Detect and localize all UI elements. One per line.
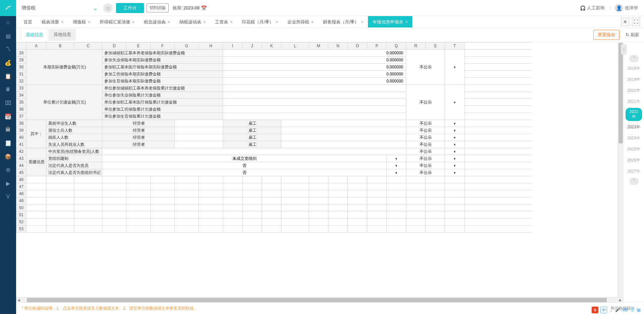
cell-53R[interactable] <box>406 226 426 233</box>
nav-home-icon[interactable]: ⌂ <box>4 19 12 26</box>
cell-50O[interactable] <box>348 204 367 211</box>
cell-47N[interactable] <box>328 183 348 190</box>
cell-51B[interactable] <box>46 211 74 218</box>
cell-38g[interactable]: 雇工 <box>223 120 281 127</box>
cell-44vc[interactable]: ▼ <box>387 162 406 169</box>
col-P[interactable]: P <box>367 43 387 50</box>
row-51[interactable]: 51 <box>16 211 26 218</box>
row-37[interactable]: 37 <box>16 113 26 120</box>
col-S[interactable]: S <box>426 43 445 50</box>
cell-34d[interactable]: 单位参加失业保险累计欠缴金额 <box>102 92 223 99</box>
cell-48O[interactable] <box>348 190 367 197</box>
cell-50J[interactable] <box>243 204 262 211</box>
cell-35d[interactable]: 单位参加职工基本医疗保险累计欠缴金额 <box>102 99 223 106</box>
cell-38gv[interactable] <box>281 120 406 127</box>
cell-40s[interactable]: 不公示 <box>406 134 445 141</box>
cell-52R[interactable] <box>406 218 426 226</box>
cell-47B[interactable] <box>46 183 74 190</box>
nav-v-icon[interactable]: V <box>4 193 12 200</box>
cell-48B[interactable] <box>46 190 74 197</box>
cell-51E[interactable] <box>126 211 151 218</box>
cell-48R[interactable] <box>406 190 426 197</box>
nav-video-icon[interactable]: ▶ <box>4 180 12 187</box>
cell-48M[interactable] <box>309 190 328 197</box>
cell-47A[interactable] <box>26 183 46 190</box>
cell-52I[interactable] <box>223 218 243 226</box>
cell-33c[interactable]: ▼ <box>445 85 465 120</box>
col-E[interactable]: E <box>126 43 151 50</box>
close-icon[interactable]: × <box>276 20 278 24</box>
cell-49T[interactable] <box>445 197 465 204</box>
cell-48I[interactable] <box>223 190 243 197</box>
cell-50B[interactable] <box>46 204 74 211</box>
cell-37v[interactable] <box>223 113 406 120</box>
cell-45c[interactable]: ▼ <box>445 169 465 176</box>
col-T[interactable]: T <box>445 43 465 50</box>
cell-51Q[interactable] <box>387 211 406 218</box>
cell-47G[interactable] <box>175 183 199 190</box>
cell-47Q[interactable] <box>387 183 406 190</box>
cell-53J[interactable] <box>243 226 262 233</box>
cell-48F[interactable] <box>151 190 175 197</box>
col-L[interactable]: L <box>281 43 309 50</box>
row-44[interactable]: 44 <box>16 162 26 169</box>
cell-50D[interactable] <box>102 204 126 211</box>
cell-53A[interactable] <box>26 226 46 233</box>
cell-45s[interactable]: 不公示 <box>406 169 445 176</box>
cell-38jv[interactable] <box>175 120 223 127</box>
cell-53K[interactable] <box>262 226 281 233</box>
cell-43b[interactable]: 党组织建制 <box>46 155 102 162</box>
horizontal-scrollbar[interactable]: ◀ ▶ <box>16 297 623 303</box>
ime-punct-icon[interactable]: ， <box>609 307 613 313</box>
close-icon[interactable]: × <box>203 20 206 24</box>
cell-50H[interactable] <box>199 204 223 211</box>
cell-48L[interactable] <box>281 190 309 197</box>
cell-40c[interactable]: ▼ <box>445 134 465 141</box>
cell-47J[interactable] <box>243 183 262 190</box>
cell-48H[interactable] <box>199 190 223 197</box>
tab-expand-button[interactable]: ⛶ <box>632 18 640 26</box>
row-52[interactable]: 52 <box>16 218 26 226</box>
cell-36v[interactable] <box>223 106 406 113</box>
row-48[interactable]: 48 <box>16 190 26 197</box>
cell-53Q[interactable] <box>387 226 406 233</box>
nav-clipboard-icon[interactable]: 📋 <box>4 72 12 80</box>
nav-calc-icon[interactable]: 🖩 <box>4 86 12 93</box>
cell-53G[interactable] <box>175 226 199 233</box>
cell-32d[interactable]: 参加生育保险本期实际缴费金额 <box>102 78 223 85</box>
ime-skin-icon[interactable]: 👕 <box>630 308 635 312</box>
cell-39g[interactable]: 雇工 <box>223 127 281 134</box>
cell-46F[interactable] <box>151 176 175 183</box>
cell-47S[interactable] <box>426 183 445 190</box>
cell-49E[interactable] <box>126 197 151 204</box>
cell-44v[interactable]: 否 <box>102 162 387 169</box>
col-K[interactable]: K <box>262 43 281 50</box>
row-40[interactable]: 40 <box>16 134 26 141</box>
cell-53E[interactable] <box>126 226 151 233</box>
subtab-other[interactable]: 其他信息 <box>49 29 76 41</box>
col-I[interactable]: I <box>223 43 243 50</box>
cell-39c[interactable]: ▼ <box>445 127 465 134</box>
cell-39gv[interactable] <box>281 127 406 134</box>
cell-51J[interactable] <box>243 211 262 218</box>
cell-50E[interactable] <box>126 204 151 211</box>
cell-46J[interactable] <box>243 176 262 183</box>
row-53[interactable]: 53 <box>16 226 26 233</box>
nav-receipt-icon[interactable]: 🧾 <box>4 139 12 147</box>
col-B[interactable]: B <box>46 43 74 50</box>
cell-48Q[interactable] <box>387 190 406 197</box>
cell-51A[interactable] <box>26 211 46 218</box>
cell-31d[interactable]: 参加工伤保险本期实际缴费金额 <box>102 71 223 78</box>
refresh-button[interactable]: 刷新 <box>626 32 639 38</box>
cell-46Q[interactable] <box>387 176 406 183</box>
cell-39j[interactable]: 经营者 <box>102 127 175 134</box>
cell-29d[interactable]: 参加失业保险本期实际缴费金额 <box>102 57 223 64</box>
cell-48P[interactable] <box>367 190 387 197</box>
row-39[interactable]: 39 <box>16 127 26 134</box>
cell-44b[interactable]: 法定代表人是否为党员 <box>46 162 102 169</box>
nav-stamp-icon[interactable]: ⌧ <box>4 99 12 107</box>
cell-51M[interactable] <box>309 211 328 218</box>
cell-49S[interactable] <box>426 197 445 204</box>
year-down-button[interactable]: ˅ <box>629 178 639 185</box>
cell-48E[interactable] <box>126 190 151 197</box>
